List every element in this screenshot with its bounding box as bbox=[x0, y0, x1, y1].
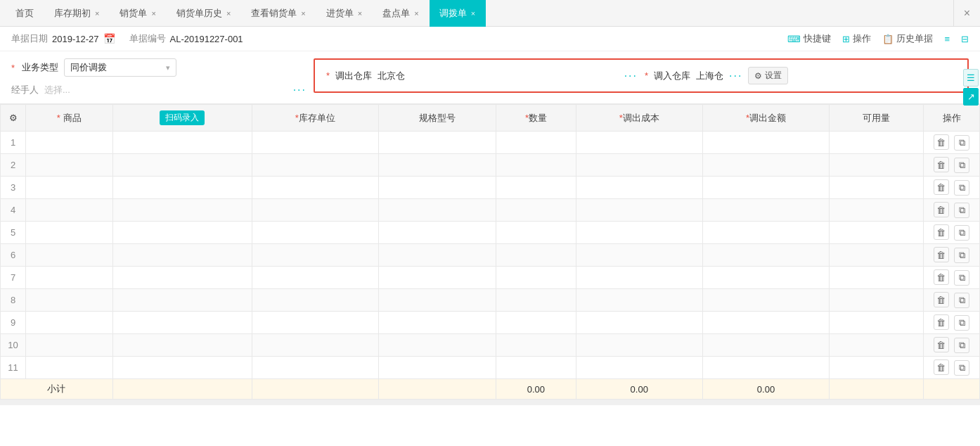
row-unit[interactable] bbox=[252, 154, 378, 177]
copy-row-button[interactable]: ⧉ bbox=[954, 203, 969, 218]
copy-row-button[interactable]: ⧉ bbox=[954, 270, 969, 286]
row-unit[interactable] bbox=[252, 199, 378, 222]
row-spec[interactable] bbox=[379, 177, 496, 199]
row-cost[interactable] bbox=[576, 132, 702, 154]
row-amount[interactable] bbox=[702, 154, 829, 177]
delete-row-button[interactable]: 🗑 bbox=[934, 247, 949, 262]
row-amount[interactable] bbox=[702, 312, 829, 334]
row-spec[interactable] bbox=[379, 267, 496, 289]
close-icon[interactable]: × bbox=[414, 9, 418, 18]
row-spec[interactable] bbox=[379, 222, 496, 244]
row-spec[interactable] bbox=[379, 199, 496, 222]
row-product[interactable] bbox=[26, 357, 113, 379]
row-qty[interactable] bbox=[496, 199, 576, 222]
tab-view-sales[interactable]: 查看销货单 × bbox=[241, 0, 316, 27]
history-button[interactable]: 📋 历史单据 bbox=[882, 32, 933, 45]
shortcuts-button[interactable]: ⌨ 快捷键 bbox=[787, 32, 831, 45]
row-product[interactable] bbox=[26, 312, 113, 334]
row-amount[interactable] bbox=[702, 244, 829, 267]
row-product[interactable] bbox=[26, 132, 113, 154]
row-product[interactable] bbox=[26, 244, 113, 267]
row-qty[interactable] bbox=[496, 334, 576, 357]
delete-row-button[interactable]: 🗑 bbox=[934, 337, 949, 352]
calendar-icon[interactable]: 📅 bbox=[103, 33, 115, 44]
sidebar-export-button[interactable]: ↗ bbox=[963, 88, 979, 106]
row-qty[interactable] bbox=[496, 267, 576, 289]
row-cost[interactable] bbox=[576, 222, 702, 244]
row-spec[interactable] bbox=[379, 132, 496, 154]
row-spec[interactable] bbox=[379, 357, 496, 379]
delete-row-button[interactable]: 🗑 bbox=[934, 202, 949, 217]
tab-stocktake[interactable]: 盘点单 × bbox=[373, 0, 429, 27]
row-cost[interactable] bbox=[576, 334, 702, 357]
row-cost[interactable] bbox=[576, 357, 702, 379]
tab-home[interactable]: 首页 bbox=[6, 0, 44, 27]
row-cost[interactable] bbox=[576, 289, 702, 312]
delete-row-button[interactable]: 🗑 bbox=[934, 134, 949, 150]
row-unit[interactable] bbox=[252, 132, 378, 154]
row-amount[interactable] bbox=[702, 177, 829, 199]
row-spec[interactable] bbox=[379, 289, 496, 312]
row-spec[interactable] bbox=[379, 154, 496, 177]
delete-row-button[interactable]: 🗑 bbox=[934, 179, 949, 195]
row-cost[interactable] bbox=[576, 312, 702, 334]
row-spec[interactable] bbox=[379, 312, 496, 334]
layout-list-button[interactable]: ≡ bbox=[944, 34, 950, 44]
row-product[interactable] bbox=[26, 177, 113, 199]
row-unit[interactable] bbox=[252, 334, 378, 357]
delete-row-button[interactable]: 🗑 bbox=[934, 269, 949, 285]
col-scan[interactable]: 扫码录入 bbox=[112, 105, 252, 132]
scan-button[interactable]: 扫码录入 bbox=[160, 110, 205, 125]
copy-row-button[interactable]: ⧉ bbox=[954, 338, 969, 353]
copy-row-button[interactable]: ⧉ bbox=[954, 248, 969, 263]
delete-row-button[interactable]: 🗑 bbox=[934, 314, 949, 330]
row-cost[interactable] bbox=[576, 199, 702, 222]
row-amount[interactable] bbox=[702, 289, 829, 312]
tab-purchase-order[interactable]: 进货单 × bbox=[316, 0, 373, 27]
row-product[interactable] bbox=[26, 289, 113, 312]
row-cost[interactable] bbox=[576, 177, 702, 199]
sidebar-list-button[interactable]: ☰ bbox=[963, 69, 979, 87]
close-icon[interactable]: × bbox=[226, 9, 231, 18]
row-amount[interactable] bbox=[702, 199, 829, 222]
settings-button[interactable]: ⚙ 设置 bbox=[748, 67, 788, 84]
copy-row-button[interactable]: ⧉ bbox=[954, 225, 969, 241]
row-qty[interactable] bbox=[496, 244, 576, 267]
out-warehouse-dots-button[interactable]: ··· bbox=[624, 70, 638, 82]
window-close-button[interactable]: × bbox=[953, 0, 980, 27]
copy-row-button[interactable]: ⧉ bbox=[954, 180, 969, 196]
copy-row-button[interactable]: ⧉ bbox=[954, 158, 969, 173]
copy-row-button[interactable]: ⧉ bbox=[954, 360, 969, 376]
row-amount[interactable] bbox=[702, 267, 829, 289]
row-qty[interactable] bbox=[496, 312, 576, 334]
row-unit[interactable] bbox=[252, 357, 378, 379]
row-unit[interactable] bbox=[252, 289, 378, 312]
delete-row-button[interactable]: 🗑 bbox=[934, 359, 949, 375]
row-product[interactable] bbox=[26, 222, 113, 244]
row-amount[interactable] bbox=[702, 334, 829, 357]
row-unit[interactable] bbox=[252, 222, 378, 244]
row-cost[interactable] bbox=[576, 154, 702, 177]
tab-sales-history[interactable]: 销货单历史 × bbox=[167, 0, 241, 27]
horizontal-scrollbar[interactable] bbox=[0, 400, 980, 405]
person-dots-button[interactable]: ··· bbox=[293, 84, 307, 96]
tab-transfer[interactable]: 调拨单 × bbox=[430, 0, 486, 27]
row-amount[interactable] bbox=[702, 132, 829, 154]
row-unit[interactable] bbox=[252, 244, 378, 267]
close-icon[interactable]: × bbox=[301, 9, 305, 18]
in-warehouse-dots-button[interactable]: ··· bbox=[729, 70, 742, 82]
row-cost[interactable] bbox=[576, 244, 702, 267]
row-product[interactable] bbox=[26, 334, 113, 357]
row-qty[interactable] bbox=[496, 289, 576, 312]
row-unit[interactable] bbox=[252, 312, 378, 334]
row-product[interactable] bbox=[26, 267, 113, 289]
col-gear[interactable]: ⚙ bbox=[1, 105, 26, 132]
tab-inventory-init[interactable]: 库存期初 × bbox=[44, 0, 110, 27]
close-icon[interactable]: × bbox=[471, 9, 475, 18]
row-amount[interactable] bbox=[702, 222, 829, 244]
close-icon[interactable]: × bbox=[358, 9, 362, 18]
row-qty[interactable] bbox=[496, 177, 576, 199]
operations-button[interactable]: ⊞ 操作 bbox=[842, 32, 871, 45]
row-qty[interactable] bbox=[496, 357, 576, 379]
row-cost[interactable] bbox=[576, 267, 702, 289]
